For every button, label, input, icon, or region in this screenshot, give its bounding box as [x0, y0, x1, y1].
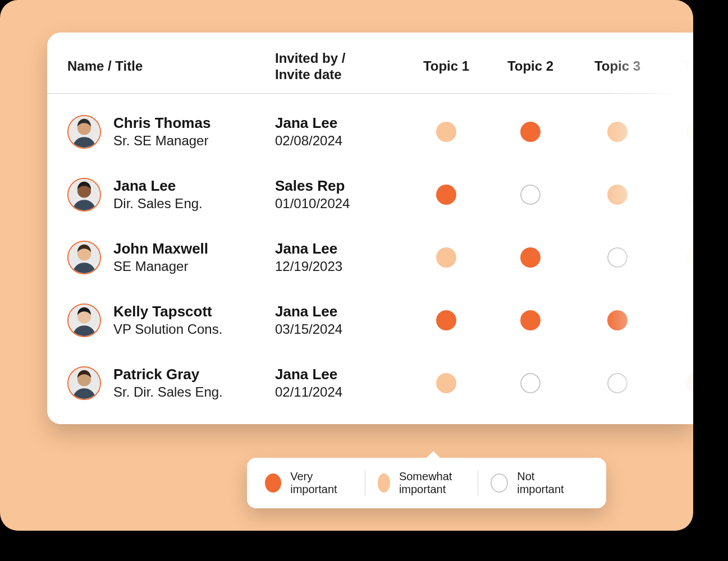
importance-dot-somewhat-icon[interactable]	[686, 122, 693, 142]
person-title: Sr. SE Manager	[113, 133, 210, 149]
person-title: Sr. Dir. Sales Eng.	[113, 384, 223, 400]
invited-by: Sales Rep	[275, 178, 404, 195]
topic-cell	[662, 247, 693, 268]
importance-dot-somewhat-icon[interactable]	[436, 373, 456, 393]
avatar[interactable]	[67, 115, 101, 149]
app-canvas: Name / Title Invited by / Invite date To…	[0, 0, 693, 531]
table-header: Name / Title Invited by / Invite date To…	[47, 50, 693, 94]
avatar[interactable]	[67, 241, 101, 274]
table-row[interactable]: Kelly TapscottVP Solution Cons.Jana Lee0…	[47, 289, 693, 352]
avatar[interactable]	[67, 304, 101, 337]
invite-cell: Jana Lee02/08/2024	[275, 115, 404, 149]
table-row[interactable]: John MaxwellSE ManagerJana Lee12/19/2023	[47, 226, 693, 289]
col-name-title: Name / Title	[67, 58, 275, 75]
importance-dot-very-icon[interactable]	[520, 310, 541, 330]
legend-somewhat-important: Somewhat important	[365, 470, 478, 496]
col-topic-3[interactable]: Topic 3	[573, 58, 662, 75]
name-cell: Kelly TapscottVP Solution Cons.	[67, 304, 275, 337]
invited-by: Jana Lee	[275, 304, 404, 320]
invited-by: Jana Lee	[275, 366, 404, 383]
topic-cell	[662, 310, 693, 330]
importance-dot-not-icon[interactable]	[520, 185, 541, 205]
person-name: John Maxwell	[113, 241, 208, 257]
topic-cell	[573, 122, 662, 142]
table-body: Chris ThomasSr. SE ManagerJana Lee02/08/…	[47, 94, 693, 415]
dot-very-icon	[265, 473, 281, 493]
name-cell: Patrick GraySr. Dir. Sales Eng.	[67, 366, 275, 400]
col-topic-4[interactable]: Topi	[662, 58, 693, 75]
name-cell: Jana LeeDir. Sales Eng.	[67, 178, 275, 211]
importance-dot-very-icon[interactable]	[607, 310, 628, 330]
topic-cell	[662, 185, 693, 205]
name-cell: John MaxwellSE Manager	[67, 241, 275, 274]
importance-dot-not-icon[interactable]	[686, 185, 693, 205]
legend-not-important: Not important	[478, 470, 590, 496]
importance-dot-not-icon[interactable]	[686, 310, 693, 330]
topic-cell	[662, 373, 693, 393]
person-name: Chris Thomas	[113, 115, 210, 132]
topic-cell	[573, 373, 662, 393]
legend-not-label: Not important	[517, 470, 578, 496]
importance-dot-somewhat-icon[interactable]	[607, 185, 628, 205]
legend-very-important: Very important	[263, 470, 365, 496]
table-row[interactable]: Jana LeeDir. Sales Eng.Sales Rep01/010/2…	[47, 163, 693, 226]
topic-cell	[404, 247, 488, 268]
invite-cell: Sales Rep01/010/2024	[275, 178, 404, 211]
person-title: Dir. Sales Eng.	[113, 196, 203, 211]
importance-dot-somewhat-icon[interactable]	[607, 122, 628, 142]
table-row[interactable]: Patrick GraySr. Dir. Sales Eng.Jana Lee0…	[47, 352, 693, 415]
person-title: VP Solution Cons.	[113, 321, 222, 337]
avatar[interactable]	[67, 178, 101, 211]
topic-cell	[404, 373, 488, 393]
topic-cell	[488, 122, 573, 142]
importance-dot-not-icon[interactable]	[520, 373, 541, 393]
legend-somewhat-label: Somewhat important	[399, 470, 465, 496]
person-name: Kelly Tapscott	[113, 304, 222, 320]
table-row[interactable]: Chris ThomasSr. SE ManagerJana Lee02/08/…	[47, 100, 693, 163]
importance-dot-very-icon[interactable]	[436, 310, 456, 330]
topic-cell	[573, 310, 662, 330]
topic-cell	[404, 185, 488, 205]
topic-cell	[488, 310, 573, 330]
invite-cell: Jana Lee12/19/2023	[275, 241, 404, 274]
topic-cell	[404, 310, 488, 330]
topic-cell	[404, 122, 488, 142]
importance-legend: Very important Somewhat important Not im…	[247, 458, 606, 508]
topic-cell	[662, 122, 693, 142]
invited-by: Jana Lee	[275, 115, 404, 132]
col-invite: Invited by / Invite date	[275, 50, 404, 83]
topic-cell	[488, 373, 573, 393]
invite-date: 02/08/2024	[275, 133, 404, 149]
invite-cell: Jana Lee02/11/2024	[275, 366, 404, 400]
dot-not-icon	[491, 473, 508, 493]
invite-cell: Jana Lee03/15/2024	[275, 304, 404, 337]
topic-cell	[573, 247, 662, 268]
person-name: Patrick Gray	[113, 366, 223, 383]
dot-somewhat-icon	[378, 473, 390, 493]
person-name: Jana Lee	[113, 178, 203, 195]
importance-dot-very-icon[interactable]	[520, 122, 541, 142]
name-cell: Chris ThomasSr. SE Manager	[67, 115, 275, 149]
invite-date: 12/19/2023	[275, 259, 404, 274]
importance-dot-very-icon[interactable]	[436, 185, 456, 205]
importance-dot-very-icon[interactable]	[520, 247, 541, 268]
importance-dot-not-icon[interactable]	[607, 247, 628, 268]
importance-dot-somewhat-icon[interactable]	[436, 122, 456, 142]
topic-cell	[573, 185, 662, 205]
importance-dot-somewhat-icon[interactable]	[436, 247, 456, 268]
topic-cell	[488, 185, 573, 205]
avatar[interactable]	[67, 366, 101, 400]
person-title: SE Manager	[113, 259, 208, 274]
invite-date: 02/11/2024	[275, 384, 404, 400]
invite-date: 01/010/2024	[275, 196, 404, 211]
col-topic-2[interactable]: Topic 2	[488, 58, 573, 75]
invited-by: Jana Lee	[275, 241, 404, 257]
importance-dot-somewhat-icon[interactable]	[686, 247, 693, 268]
legend-very-label: Very important	[290, 470, 352, 496]
col-topic-1[interactable]: Topic 1	[404, 58, 488, 75]
importance-dot-not-icon[interactable]	[607, 373, 628, 393]
invite-date: 03/15/2024	[275, 321, 404, 337]
topic-cell	[488, 247, 573, 268]
people-topics-card: Name / Title Invited by / Invite date To…	[47, 33, 693, 424]
importance-dot-very-icon[interactable]	[686, 373, 693, 393]
